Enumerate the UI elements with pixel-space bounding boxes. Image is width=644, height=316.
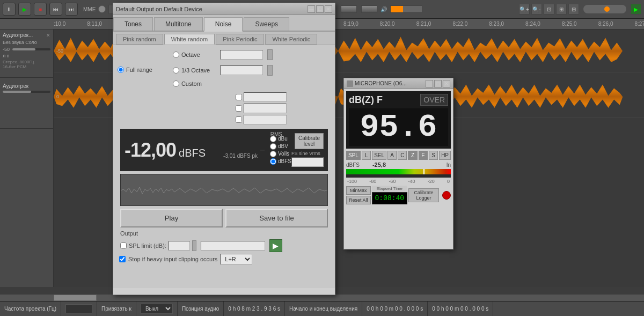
level-radio-group: dBu dBV Volls dBFS (270, 136, 291, 165)
dbfs-label-neg20: -20 (428, 179, 435, 184)
btn-spl[interactable]: SPL (346, 151, 361, 160)
custom-radio[interactable] (173, 80, 179, 87)
sel-end-section[interactable]: 0 0 h 0 0 m 0 0 . 0 0 0 s (428, 302, 493, 317)
reset-all-button[interactable]: Reset All (346, 196, 371, 204)
meter-minimize-button[interactable]: — (426, 80, 433, 87)
btn-l[interactable]: L (362, 151, 371, 160)
custom-label[interactable]: Custom (173, 80, 216, 87)
calibrate-logger-button[interactable]: Calibrate Logger (408, 188, 439, 202)
gain-slider-2[interactable] (3, 91, 50, 93)
one-third-radio[interactable] (173, 67, 179, 74)
meter-label-row: dB(Z) F OVER (349, 94, 448, 106)
btn-sel[interactable]: SEL (372, 151, 386, 160)
tab-multitone[interactable]: Multitone (154, 17, 203, 31)
full-range-label[interactable]: Full range (118, 67, 152, 73)
radio-dbfs[interactable]: dBFS (270, 158, 291, 165)
skip-back-button[interactable]: ⏮ (49, 3, 62, 16)
octave-radio[interactable] (173, 52, 179, 58)
btn-s[interactable]: S (429, 151, 438, 160)
tab-tones[interactable]: Tones (113, 17, 153, 31)
freq-input[interactable]: 8000 (65, 304, 92, 313)
right-waveform-track-1 (338, 30, 644, 72)
track-gain-label: -50 (3, 47, 10, 52)
record-indicator (442, 191, 451, 200)
btn-hp[interactable]: HP (439, 151, 451, 160)
subtab-white-periodic[interactable]: White Periodic (265, 34, 317, 45)
playback-slider[interactable] (583, 5, 626, 13)
tab-noise[interactable]: Noise (204, 17, 243, 32)
output-label: Output (120, 230, 138, 237)
spl-spinner[interactable] (192, 240, 196, 251)
field1-input[interactable]: 10 (244, 92, 287, 102)
zoom-out-button[interactable]: 🔍- (531, 4, 542, 14)
level-pk: -3,01 dBFS pk (223, 153, 258, 159)
pause-button[interactable]: ⏸ (3, 3, 16, 16)
field2-input[interactable]: 20 000 (244, 104, 287, 113)
meter-icon (347, 80, 353, 87)
gen-maximize-button[interactable]: □ (316, 5, 324, 13)
fs-sine-field[interactable]: 1,000 (291, 157, 324, 167)
spl-limit-field[interactable]: 100 (169, 241, 190, 251)
octave-label[interactable]: Octave (173, 52, 216, 58)
bind-select[interactable]: Выкл (141, 304, 173, 314)
dbfs-label-0: 0 (447, 179, 450, 184)
zoom-in-button[interactable]: 🔍+ (519, 4, 530, 14)
one-third-spinner[interactable] (267, 65, 273, 76)
octave-spinner[interactable] (267, 49, 273, 60)
tab-sweeps[interactable]: Sweeps (244, 17, 289, 31)
save-to-file-button[interactable]: Save to file (225, 209, 328, 227)
pos-value-section[interactable]: 0 h 0 8 m 2 3 . 9 3 6 s (224, 302, 285, 317)
minmax-button[interactable]: MinMax (346, 186, 371, 195)
btn-a[interactable]: A (387, 151, 397, 160)
subtab-white-random[interactable]: White random (164, 34, 215, 45)
horizontal-scrollbar[interactable] (0, 295, 644, 301)
sel-start-section[interactable]: 0 0 h 0 0 m 0 0 . 0 0 0 s (362, 302, 428, 317)
full-range-radio[interactable] (118, 67, 124, 73)
zoom-reset-button[interactable]: ⊟ (568, 4, 579, 14)
gen-minimize-button[interactable]: — (308, 5, 315, 13)
btn-c[interactable]: C (398, 151, 407, 160)
stop-button[interactable]: ■ (34, 3, 47, 16)
meter-maximize-button[interactable]: □ (434, 80, 442, 87)
playback-level-bar[interactable] (390, 5, 422, 13)
one-third-label[interactable]: 1/3 Octave (173, 67, 216, 74)
btn-z[interactable]: Z (408, 151, 417, 160)
subtab-pink-random[interactable]: Pink random (116, 34, 163, 45)
field1-check[interactable] (236, 94, 242, 100)
stop-check[interactable] (119, 256, 126, 262)
gen-close-button[interactable]: ✕ (325, 5, 332, 13)
output-play-button[interactable]: ▶ (269, 239, 282, 252)
field3-check[interactable] (236, 116, 242, 123)
field2-check[interactable] (236, 105, 242, 112)
calibrate-button[interactable]: Calibrate level (295, 133, 324, 149)
meter-titlebar[interactable]: MICROPHONE (О6... — □ ✕ (344, 78, 453, 89)
radio-dbv[interactable]: dBV (270, 143, 291, 150)
close-track-icon[interactable]: ✕ (46, 33, 50, 38)
meter-close-button[interactable]: ✕ (443, 80, 450, 87)
play-button[interactable]: ▶ (18, 3, 31, 16)
meter-window: MICROPHONE (О6... — □ ✕ dB(Z) F OVER 95.… (343, 78, 453, 249)
play-button[interactable]: Play (120, 209, 223, 227)
generator-titlebar[interactable]: Default Output on Default Device — □ ✕ (113, 3, 335, 15)
freq-label: Частота проекта (Гц) (4, 306, 56, 312)
one-third-field[interactable]: 1000 Hz (220, 65, 263, 75)
zoom-fit-button[interactable]: ⊡ (544, 4, 554, 14)
skip-forward-button[interactable]: ⏭ (65, 3, 78, 16)
scrollbar-thumb[interactable] (54, 295, 97, 301)
level-scrollbar[interactable] (260, 150, 265, 151)
zoom-sel-button[interactable]: ⊞ (556, 4, 567, 14)
octave-field[interactable]: 1000 Hz (220, 50, 263, 60)
track-info: Стерео, 8000Гц 16-бит PCM (3, 60, 50, 69)
r-timeline-mark-8: 8:27,0 (635, 21, 645, 27)
subtab-pink-periodic[interactable]: Pink Periodic (216, 34, 264, 45)
output-device-field[interactable]: Default Output (201, 241, 265, 251)
radio-volls[interactable]: Volls (270, 151, 291, 157)
dbfs-label-neg100: -100 (347, 179, 357, 184)
spl-limit-check[interactable] (120, 242, 127, 249)
gain-slider[interactable] (12, 48, 50, 50)
channel-select[interactable]: L+R (220, 254, 252, 264)
right-timeline[interactable]: 8:19,0 8:20,0 8:21,0 8:22,0 8:23,0 8:24,… (338, 19, 644, 30)
btn-f[interactable]: F (419, 151, 428, 160)
play-green-button[interactable]: ▶ (631, 4, 641, 14)
field3-input[interactable]: BU2 (244, 115, 287, 124)
